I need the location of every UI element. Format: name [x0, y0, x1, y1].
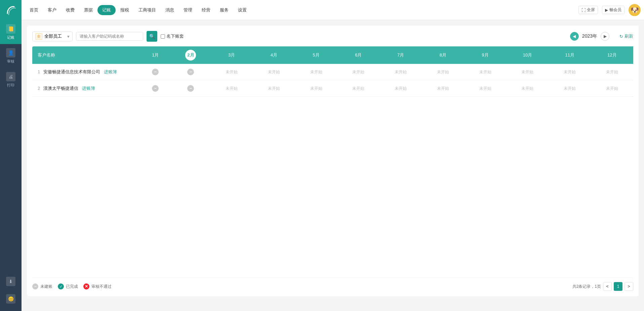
vip-btn[interactable]: ▶ 畅会员 — [602, 6, 625, 14]
search-input[interactable] — [76, 32, 143, 41]
topnav-right: ⛶ 全屏 ▶ 畅会员 🐶 — [578, 4, 641, 16]
search-button[interactable]: 🔍 — [147, 31, 157, 42]
row-index: 2 — [38, 86, 40, 91]
month-cell-2-7: 未开始 — [379, 80, 422, 97]
page-current-btn[interactable]: 1 — [614, 282, 622, 291]
col-header-m5: 5月 — [295, 46, 337, 64]
nav-tax[interactable]: 报税 — [116, 5, 134, 15]
sidebar-item-dayin[interactable]: 🖨 打印 — [0, 68, 22, 92]
sidebar-item-jizh[interactable]: 📒 记账 — [0, 20, 22, 44]
check-symbol: ✓ — [59, 284, 63, 289]
nav-manage[interactable]: 管理 — [179, 5, 197, 15]
sidebar-bottom: ⬇ 😊 — [0, 273, 22, 311]
col-header-m4: 4月 — [253, 46, 295, 64]
month-cell-1-8: 未开始 — [422, 64, 464, 80]
filter-label: 全部员工 — [44, 33, 62, 39]
page-next-btn[interactable]: > — [625, 282, 633, 291]
client-name-cell: 1 安徽畅捷通信息技术有限公司 进账簿 — [32, 64, 140, 80]
shenhe-icon: 👤 — [6, 48, 15, 57]
user-avatar[interactable]: 🐶 — [629, 4, 641, 16]
table-row: 1 安徽畅捷通信息技术有限公司 进账簿 － － 未开始 未开始 未开始 未开始 … — [32, 64, 633, 80]
nav-bizitem[interactable]: 工商项目 — [134, 5, 161, 15]
month-cell-2-3: 未开始 — [210, 80, 253, 97]
nav-invoice[interactable]: 票据 — [79, 5, 97, 15]
sidebar-item-label: 审核 — [7, 59, 14, 64]
chevron-down-icon: ▾ — [67, 34, 70, 39]
month-cell-1-5: 未开始 — [295, 64, 337, 80]
row-index: 1 — [38, 69, 40, 74]
fullscreen-btn[interactable]: ⛶ 全屏 — [578, 6, 598, 14]
employee-filter[interactable]: 全 全部员工 ▾ — [32, 32, 73, 41]
legend: － 未建账 ✓ 已完成 ✕ 审核不通过 — [32, 283, 112, 289]
fullscreen-icon: ⛶ — [581, 8, 586, 12]
dash-icon[interactable]: － — [152, 85, 159, 92]
dash-icon[interactable]: － — [152, 69, 159, 75]
help-icon: 😊 — [6, 294, 15, 304]
page-prev-btn[interactable]: < — [603, 282, 612, 291]
month-cell-2-4: 未开始 — [253, 80, 295, 97]
nav-home[interactable]: 首页 — [25, 5, 43, 15]
dayin-icon: 🖨 — [6, 72, 15, 81]
col-header-m11: 11月 — [549, 46, 591, 64]
table-row: 2 漠澳太平畅捷通信 进账簿 － － 未开始 未开始 未开始 未开始 未开始 未… — [32, 80, 633, 97]
nav-operation[interactable]: 经营 — [197, 5, 215, 15]
entry-link[interactable]: 进账簿 — [104, 69, 117, 74]
month-cell-1-12: 未开始 — [591, 64, 633, 80]
download-icon: ⬇ — [6, 277, 15, 286]
bookkeeping-table: 客户名称 1月 2月 3月 4月 5月 6月 7月 8月 9月 — [32, 46, 633, 97]
legend-not-built: － 未建账 — [32, 283, 52, 289]
month-cell-2-8: 未开始 — [422, 80, 464, 97]
dash-icon[interactable]: － — [187, 69, 194, 75]
year-prev-btn[interactable]: ◀ — [570, 32, 579, 41]
refresh-icon: ↻ — [619, 34, 623, 39]
month-cell-1-6: 未开始 — [337, 64, 379, 80]
col-header-m8: 8月 — [422, 46, 464, 64]
dash-icon[interactable]: － — [187, 85, 194, 92]
nav-settings[interactable]: 设置 — [233, 5, 251, 15]
legend-dot-teal: ✓ — [58, 283, 64, 289]
pagination: 共2条记录，1页 < 1 > — [572, 282, 633, 291]
col-header-m7: 7月 — [379, 46, 422, 64]
sidebar-item-label: 记账 — [7, 35, 14, 40]
legend-completed: ✓ 已完成 — [58, 283, 78, 289]
year-next-btn[interactable]: ▶ — [601, 32, 609, 41]
nav-message[interactable]: 消息 — [161, 5, 179, 15]
my-accounts-checkbox[interactable] — [161, 34, 165, 39]
content-area: 全 全部员工 ▾ 🔍 名下账套 ◀ 2023年 ▶ — [22, 20, 644, 311]
topnav: 首页 客户 收费 票据 记账 报税 工商项目 消息 管理 经营 服务 设置 ⛶ … — [22, 0, 644, 20]
vip-label: 畅会员 — [609, 7, 621, 13]
nav-fee[interactable]: 收费 — [61, 5, 79, 15]
entry-link[interactable]: 进账簿 — [82, 86, 95, 91]
month-cell-1-2[interactable]: － — [171, 64, 210, 80]
my-accounts-filter[interactable]: 名下账套 — [161, 33, 184, 39]
toolbar: 全 全部员工 ▾ 🔍 名下账套 ◀ 2023年 ▶ — [32, 31, 633, 42]
legend-dot-grey: － — [32, 283, 38, 289]
sidebar-item-help[interactable]: 😊 — [0, 290, 22, 308]
month-cell-2-12: 未开始 — [591, 80, 633, 97]
filter-tag: 全 — [35, 33, 42, 40]
month-cell-2-11: 未开始 — [549, 80, 591, 97]
client-name-text: 安徽畅捷通信息技术有限公司 — [43, 69, 100, 74]
month-cell-2-1[interactable]: － — [140, 80, 171, 97]
sidebar: 📒 记账 👤 审核 🖨 打印 ⬇ 😊 — [0, 0, 22, 311]
sidebar-item-download[interactable]: ⬇ — [0, 273, 22, 290]
refresh-button[interactable]: ↻ 刷新 — [619, 33, 633, 39]
nav-bookkeeping[interactable]: 记账 — [97, 5, 116, 15]
refresh-label: 刷新 — [625, 33, 633, 39]
month-cell-1-1[interactable]: － — [140, 64, 171, 80]
sidebar-item-shenhe[interactable]: 👤 审核 — [0, 44, 22, 68]
nav-client[interactable]: 客户 — [43, 5, 61, 15]
total-records-label: 共2条记录，1页 — [572, 284, 601, 289]
sidebar-item-label: 打印 — [7, 83, 14, 88]
fullscreen-label: 全屏 — [587, 7, 595, 13]
month-cell-1-3: 未开始 — [210, 64, 253, 80]
col-header-m12: 12月 — [591, 46, 633, 64]
col-header-client: 客户名称 — [32, 46, 140, 64]
month-cell-2-5: 未开始 — [295, 80, 337, 97]
col-header-m10: 10月 — [507, 46, 549, 64]
month-cell-2-6: 未开始 — [337, 80, 379, 97]
nav-service[interactable]: 服务 — [215, 5, 233, 15]
legend-label-completed: 已完成 — [66, 284, 78, 289]
month-cell-2-2[interactable]: － — [171, 80, 210, 97]
video-icon: ▶ — [605, 8, 608, 12]
